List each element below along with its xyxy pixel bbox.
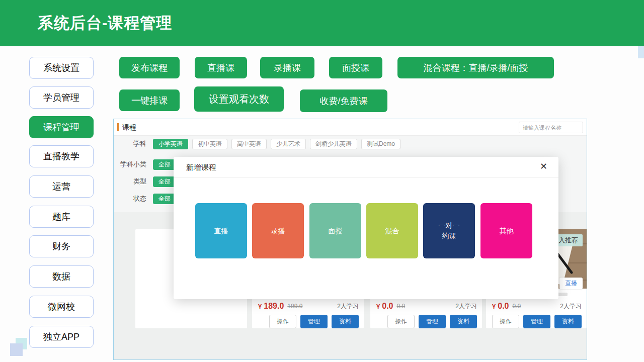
manage-button[interactable]: 管理 xyxy=(523,315,550,328)
filter-label-type: 类型 xyxy=(114,177,146,186)
one-click-scheduling-button[interactable]: 一键排课 xyxy=(119,89,180,111)
panel-accent-bar xyxy=(117,123,119,131)
filter-row-subject: 学科 小学英语 初中英语 高中英语 少儿艺术 剑桥少儿英语 测试Demo xyxy=(114,138,587,149)
sidebar-item-question-bank[interactable]: 题库 xyxy=(29,206,94,228)
course-type-mixed[interactable]: 混合 xyxy=(366,203,418,258)
sidebar-item-finance[interactable]: 财务 xyxy=(29,235,94,257)
course-type-label: 直播 xyxy=(214,226,228,236)
material-button[interactable]: 资料 xyxy=(554,315,582,328)
course-type-recorded[interactable]: 录播 xyxy=(252,203,304,258)
course-type-in-person[interactable]: 面授 xyxy=(309,203,361,258)
sidebar-item-student-management[interactable]: 学员管理 xyxy=(29,86,94,109)
page: 系统后台-课程管理 系统设置 学员管理 课程管理 直播教学 运营 题库 财务 数… xyxy=(0,0,644,362)
filter-label-status: 状态 xyxy=(114,194,146,203)
filter-chip-test-demo[interactable]: 测试Demo xyxy=(361,139,400,149)
panel-header: 课程 xyxy=(114,119,587,136)
in-person-course-button[interactable]: 面授课 xyxy=(329,57,382,78)
close-icon[interactable]: ✕ xyxy=(540,162,547,171)
course-type-label: 一对一 xyxy=(439,220,460,231)
filter-chip-cambridge-children-english[interactable]: 剑桥少儿英语 xyxy=(310,139,357,149)
filter-chip-junior-english[interactable]: 初中英语 xyxy=(192,139,227,149)
paid-free-course-button[interactable]: 收费/免费课 xyxy=(300,89,387,112)
course-type-one-on-one[interactable]: 一对一 约课 xyxy=(423,203,475,258)
set-view-count-button[interactable]: 设置观看次数 xyxy=(194,86,284,112)
course-price: 189.0 xyxy=(264,302,284,311)
sidebar-item-course-management[interactable]: 课程管理 xyxy=(29,116,94,138)
price-row: ¥ 0.0 0.0 2人学习 xyxy=(376,301,477,312)
operate-button[interactable]: 操作 xyxy=(269,315,296,328)
operate-button[interactable]: 操作 xyxy=(492,315,519,328)
course-actions: 操作 管理 资料 xyxy=(492,315,582,328)
manage-button[interactable]: 管理 xyxy=(419,315,446,328)
manage-button[interactable]: 管理 xyxy=(300,315,328,328)
app-header: 系统后台-课程管理 xyxy=(0,0,644,46)
price-row: ¥ 189.0 199.0 2人学习 xyxy=(258,301,359,312)
course-price: 0.0 xyxy=(498,302,509,311)
course-type-live[interactable]: 直播 xyxy=(195,203,247,258)
course-type-label: 其他 xyxy=(500,226,514,236)
students-count: 2人学习 xyxy=(455,302,477,311)
sidebar-item-data[interactable]: 数据 xyxy=(29,265,94,288)
filter-chip-status-all[interactable]: 全部 xyxy=(153,194,176,204)
filter-chip-type-all[interactable]: 全部 xyxy=(153,176,176,187)
page-title: 系统后台-课程管理 xyxy=(38,13,172,34)
course-price: 0.0 xyxy=(382,302,393,311)
course-actions: 操作 管理 资料 xyxy=(387,315,477,328)
live-course-button[interactable]: 直播课 xyxy=(195,57,247,78)
operate-button[interactable]: 操作 xyxy=(387,315,415,328)
sidebar-item-micro-school[interactable]: 微网校 xyxy=(29,296,94,318)
modal-title: 新增课程 xyxy=(186,163,216,172)
currency-symbol: ¥ xyxy=(492,303,496,310)
mixed-course-button[interactable]: 混合课程：直播/录播/面授 xyxy=(397,57,554,78)
filter-chip-subcategory-all[interactable]: 全部 xyxy=(153,159,176,170)
course-type-label: 混合 xyxy=(385,226,399,236)
students-count: 2人学习 xyxy=(560,302,582,311)
filter-label-subcategory: 学科小类 xyxy=(114,160,146,169)
sidebar-item-live-teaching[interactable]: 直播教学 xyxy=(29,145,94,167)
price-row: ¥ 0.0 0.0 2人学习 xyxy=(492,301,582,312)
students-count: 2人学习 xyxy=(337,302,359,311)
sidebar-item-standalone-app[interactable]: 独立APP xyxy=(29,326,94,348)
course-type-label-line2: 约课 xyxy=(442,231,456,241)
decor-square-blue xyxy=(10,343,23,356)
sidebar-item-operations[interactable]: 运营 xyxy=(29,175,94,198)
course-search-input[interactable] xyxy=(519,122,583,133)
course-type-label: 面授 xyxy=(329,226,343,236)
decor-square-right xyxy=(638,46,644,58)
course-old-price: 0.0 xyxy=(512,303,521,310)
course-type-other[interactable]: 其他 xyxy=(480,203,532,258)
course-actions: 操作 管理 资料 xyxy=(269,315,359,328)
live-tag: 直播 xyxy=(559,278,583,289)
filter-chip-children-art[interactable]: 少儿艺术 xyxy=(271,139,306,149)
filter-label-subject: 学科 xyxy=(114,139,146,148)
publish-course-button[interactable]: 发布课程 xyxy=(119,57,180,78)
sidebar-item-system-settings[interactable]: 系统设置 xyxy=(29,57,94,79)
course-old-price: 0.0 xyxy=(396,303,405,310)
currency-symbol: ¥ xyxy=(376,303,380,310)
filter-chip-senior-english[interactable]: 高中英语 xyxy=(231,139,267,149)
filter-chip-primary-english[interactable]: 小学英语 xyxy=(153,139,188,149)
course-old-price: 199.0 xyxy=(287,303,302,310)
add-course-modal: 新增课程 ✕ 直播 录播 面授 混合 一对一 约课 其他 xyxy=(174,157,558,299)
currency-symbol: ¥ xyxy=(258,303,262,310)
recorded-course-button[interactable]: 录播课 xyxy=(260,57,314,78)
course-type-label: 录播 xyxy=(271,226,285,236)
material-button[interactable]: 资料 xyxy=(332,315,359,328)
panel-title: 课程 xyxy=(122,123,136,132)
material-button[interactable]: 资料 xyxy=(450,315,477,328)
modal-divider xyxy=(174,177,558,177)
